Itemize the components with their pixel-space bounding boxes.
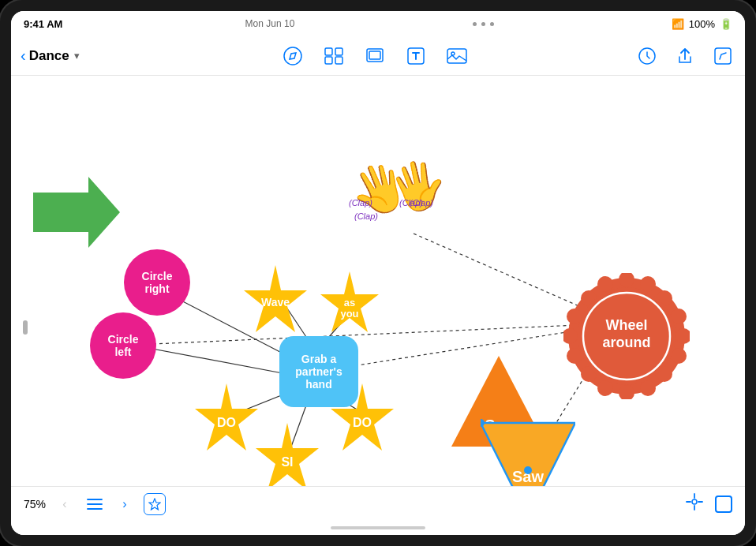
si-node[interactable]: SI [252,423,323,486]
share-button[interactable] [672,43,698,69]
dot2 [481,22,485,26]
clap-text-2: (Clap) [410,198,433,208]
ipad-frame: 9:41 AM Mon Jun 10 📶 100% 🔋 ‹ Dance ▾ [0,0,756,546]
toolbar-center [115,43,634,69]
svg-rect-1 [325,48,332,55]
side-handle [23,320,28,335]
clap-label-left: (Clap) [349,198,372,208]
circle-right-label: Circleright [142,270,173,295]
wave-star-svg: Wave [240,265,311,336]
wifi-icon: 📶 [672,18,684,30]
status-date: Mon Jun 10 [245,18,295,29]
home-bar [331,526,425,529]
toolbar-right [634,43,735,69]
clap-hands: 🖐️ 🖐️ (Clap) (Clap) [342,155,461,241]
status-right: 📶 100% 🔋 [672,18,732,30]
do-right-node[interactable]: DO [327,383,398,458]
svg-rect-8 [447,49,466,63]
title-chevron-icon: ▾ [74,50,80,62]
wave-node[interactable]: Wave [240,265,311,339]
svg-point-44 [640,380,656,396]
document-title: Dance [29,48,69,64]
svg-text:you: you [340,308,358,320]
screen: 9:41 AM Mon Jun 10 📶 100% 🔋 ‹ Dance ▾ [11,11,745,535]
clap-text-1: (Clap) [354,211,378,221]
svg-rect-2 [335,48,342,55]
zoom-level: 75% [24,498,46,510]
circle-left-label: Circleleft [108,333,139,358]
do-right-star-svg: DO [327,383,398,454]
si-star-svg: SI [252,423,323,486]
green-arrow [33,177,120,251]
svg-rect-4 [335,57,342,64]
svg-rect-11 [715,48,731,64]
bottom-bar: 75% ‹ › [11,486,745,521]
svg-marker-32 [256,423,319,486]
svg-text:DO: DO [353,416,372,429]
clock-button[interactable] [634,43,660,69]
svg-marker-24 [33,177,120,248]
layers-button[interactable] [362,43,387,69]
svg-text:Wave: Wave [261,296,290,309]
bottom-right [685,492,732,515]
back-button[interactable]: ‹ [21,49,26,63]
toolbar: ‹ Dance ▾ [11,36,745,76]
svg-text:around: around [603,335,651,350]
toolbar-left: ‹ Dance ▾ [21,48,115,64]
status-bar: 9:41 AM Mon Jun 10 📶 100% 🔋 [11,11,745,36]
home-indicator [11,521,745,535]
status-center [473,22,494,26]
svg-point-68 [692,499,697,504]
saw-triangle-node[interactable]: Saw [481,419,575,486]
grid-button[interactable] [321,43,346,69]
bottom-left: 75% ‹ › [24,493,166,515]
saw-triangle-svg: Saw [481,419,575,486]
battery-text: 100% [689,18,715,30]
as-you-star-svg: as you [317,271,382,336]
circle-left-node[interactable]: Circleleft [90,312,156,379]
svg-point-0 [284,47,301,65]
back-chevron-icon: ‹ [21,47,26,63]
svg-text:DO: DO [217,416,236,429]
dot3 [490,22,494,26]
svg-rect-6 [369,51,380,59]
arrange-button[interactable] [685,492,704,515]
svg-rect-3 [325,57,332,64]
favorite-button[interactable] [144,493,166,515]
dot1 [473,22,477,26]
svg-text:as: as [344,297,355,309]
wheel-around-svg: Wheel around [563,273,690,399]
fullscreen-button[interactable] [715,496,732,513]
prev-button[interactable]: ‹ [54,493,76,515]
svg-text:SI: SI [281,455,293,469]
status-time: 9:41 AM [24,18,62,30]
battery-icon: 🔋 [720,18,732,30]
edit-button[interactable] [710,43,735,69]
text-button[interactable] [403,43,429,69]
svg-point-38 [640,276,656,292]
svg-text:Wheel: Wheel [605,317,647,333]
as-you-node[interactable]: as you [317,271,382,339]
circle-right-node[interactable]: Circleright [124,249,190,316]
image-button[interactable] [444,43,470,69]
svg-point-52 [597,276,613,292]
menu-button[interactable] [84,493,106,515]
green-arrow-svg [33,177,120,248]
pencil-circle-button[interactable] [280,43,305,69]
wheel-around-node[interactable]: Wheel around [563,273,690,402]
svg-point-46 [597,380,613,396]
svg-point-63 [524,466,532,474]
canvas[interactable]: Circleright Circleleft 🖐️ 🖐️ (Clap) (Cla… [11,76,745,486]
next-button[interactable]: › [114,493,136,515]
svg-marker-67 [149,499,160,510]
